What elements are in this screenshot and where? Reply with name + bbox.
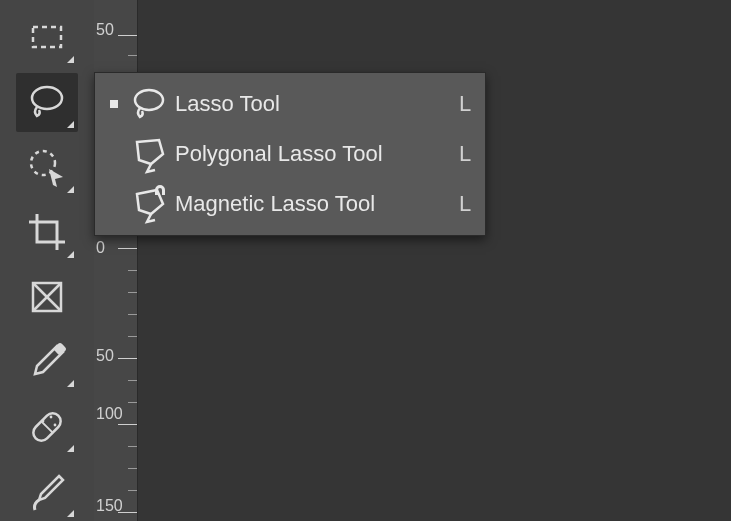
crop-tool-button[interactable] [16,203,78,262]
ruler-label: 50 [96,348,116,363]
tools-toolbar [0,0,94,521]
eyedropper-tool-button[interactable] [16,332,78,391]
svg-marker-14 [137,190,163,214]
flyout-indicator-icon [67,186,74,193]
marquee-icon [27,17,67,57]
ruler-label: 0 [96,240,116,255]
quick-selection-icon [25,145,69,189]
flyout-item-shortcut: L [445,141,485,167]
svg-point-9 [42,419,45,422]
healing-brush-icon [25,405,69,449]
frame-icon [25,275,69,319]
active-indicator-icon [105,100,123,108]
flyout-item-label: Polygonal Lasso Tool [175,141,445,167]
svg-point-11 [54,423,57,426]
eyedropper-icon [25,340,69,384]
magnetic-lasso-icon [123,184,175,224]
crop-icon [25,210,69,254]
brush-tool-button[interactable] [16,462,78,521]
lasso-tool-button[interactable] [16,73,78,132]
flyout-item-shortcut: L [445,191,485,217]
flyout-item-label: Magnetic Lasso Tool [175,191,445,217]
svg-marker-13 [137,140,163,164]
svg-point-1 [32,87,62,109]
flyout-indicator-icon [67,56,74,63]
flyout-item-lasso[interactable]: Lasso Tool L [95,79,485,129]
lasso-tool-flyout: Lasso Tool L Polygonal Lasso Tool L Magn… [94,72,486,236]
flyout-item-magnetic-lasso[interactable]: Magnetic Lasso Tool L [95,179,485,229]
flyout-indicator-icon [67,445,74,452]
ruler-label: 50 [96,22,116,37]
flyout-indicator-icon [67,510,74,517]
flyout-indicator-icon [67,121,74,128]
lasso-icon [25,80,69,124]
healing-brush-tool-button[interactable] [16,397,78,456]
marquee-tool-button[interactable] [16,8,78,67]
svg-rect-6 [53,342,67,356]
quick-selection-tool-button[interactable] [16,138,78,197]
ruler-label: 150 [96,498,116,513]
frame-tool-button[interactable] [16,268,78,327]
lasso-icon [123,84,175,124]
flyout-item-shortcut: L [445,91,485,117]
svg-rect-0 [33,27,61,47]
flyout-indicator-icon [67,380,74,387]
svg-point-12 [135,90,163,110]
flyout-indicator-icon [67,251,74,258]
svg-point-10 [50,415,53,418]
brush-icon [25,470,69,514]
ruler-label: 100 [96,406,116,421]
svg-line-8 [41,421,52,432]
flyout-item-polygonal-lasso[interactable]: Polygonal Lasso Tool L [95,129,485,179]
flyout-item-label: Lasso Tool [175,91,445,117]
polygonal-lasso-icon [123,134,175,174]
